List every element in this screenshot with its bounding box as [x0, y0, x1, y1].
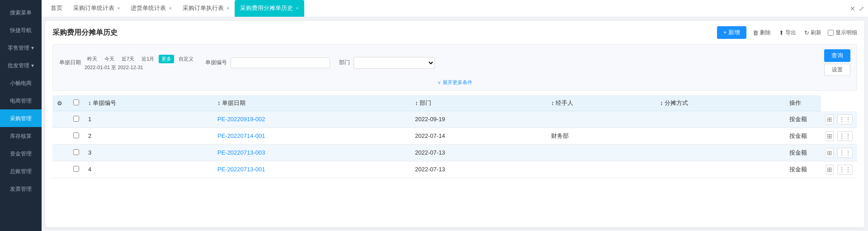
sidebar-item-wholesale[interactable]: 批发管理 ▾ — [0, 57, 42, 74]
sidebar-item-retail[interactable]: 零售管理 ▾ — [0, 39, 42, 57]
table-header: ⚙ ↕ 单据编号 ↕ 单据日期 ↕ 部门 ↕ 经手人 — [52, 95, 857, 111]
today-btn[interactable]: 今天 — [102, 55, 117, 63]
sidebar-item-label-accounting: 总账管理 — [2, 168, 40, 175]
table-row: 4 PE-20220713-001 2022-07-13 按金额 ⊞ ⋮⋮ — [52, 161, 857, 178]
row-num-1: 2 — [84, 127, 213, 144]
doc-no-label: 单据编号 — [205, 59, 227, 66]
sidebar-item-invoice[interactable]: 发票管理 — [0, 180, 42, 198]
tab-purchase-order-stat[interactable]: 采购订单统计表× — [68, 0, 125, 17]
expand-row: ∨ 展开更多条件 — [59, 79, 850, 86]
row-edit-icon-2[interactable]: ⊞ — [826, 148, 834, 158]
row-checkbox-2[interactable] — [73, 149, 79, 155]
sidebar: 搜索菜单快捷导航零售管理 ▾批发管理 ▾小畅电商电商管理采购管理库存核算资金管理… — [0, 0, 42, 231]
table-row: 2 PE-20220714-001 2022-07-14 财务部 按金额 ⊞ ⋮… — [52, 127, 857, 144]
show-cols-toggle[interactable]: 显示明细 — [828, 29, 857, 37]
tab-purchase-order-exec[interactable]: 采购订单执行表× — [177, 0, 235, 17]
custom-btn[interactable]: 自定义 — [176, 55, 196, 63]
row-more-icon-0[interactable]: ⋮⋮ — [837, 114, 853, 124]
row-more-icon-2[interactable]: ⋮⋮ — [837, 148, 853, 158]
table-body: 1 PE-20220919-002 2022-09-19 按金额 ⊞ ⋮⋮ 2 … — [52, 111, 857, 178]
row-checkbox-0[interactable] — [73, 116, 79, 122]
table-row: 3 PE-20220713-003 2022-07-13 按金额 ⊞ ⋮⋮ — [52, 144, 857, 161]
row-edit-icon-3[interactable]: ⊞ — [826, 165, 834, 174]
yesterday-btn[interactable]: 昨天 — [85, 55, 100, 63]
add-button[interactable]: + 新增 — [717, 26, 746, 39]
close-icon[interactable]: ✕ — [850, 5, 855, 12]
doc-no-input[interactable] — [231, 57, 330, 68]
sidebar-item-purchase[interactable]: 采购管理 — [0, 109, 42, 127]
refresh-button[interactable]: ↻ 刷新 — [802, 28, 823, 38]
tab-close-purchase-cost-split[interactable]: × — [296, 5, 298, 11]
table-row: 1 PE-20220919-002 2022-09-19 按金额 ⊞ ⋮⋮ — [52, 111, 857, 128]
row-edit-icon-1[interactable]: ⊞ — [826, 131, 834, 141]
dept-field: 部门 财务部 — [339, 57, 435, 69]
row-num-3: 4 — [84, 161, 213, 178]
export-button[interactable]: ⬆ 导出 — [777, 28, 798, 38]
date-field: 单据日期 昨天 今天 近7天 近1月 更多 自定义 2022-01-01 至 2… — [59, 55, 196, 71]
doc-no-field: 单据编号 — [205, 57, 330, 68]
doc-no-link-2[interactable]: PE-20220713-003 — [217, 149, 265, 156]
row-split-method-1: 按金额 — [785, 127, 821, 144]
search-action-buttons: 查询 设置 — [824, 49, 850, 76]
row-handler-3 — [656, 161, 785, 178]
more-btn[interactable]: 更多 — [159, 55, 174, 63]
sidebar-item-accounting[interactable]: 总账管理 — [0, 162, 42, 180]
row-handler-2 — [656, 144, 785, 161]
search-button[interactable]: 查询 — [824, 49, 850, 62]
row-date-3: 2022-07-13 — [410, 161, 547, 178]
row-check-0 — [69, 111, 84, 128]
dept-select[interactable]: 财务部 — [354, 57, 435, 69]
row-checkbox-1[interactable] — [73, 132, 79, 138]
doc-no-link-0[interactable]: PE-20220919-002 — [217, 116, 265, 123]
tab-close-purchase-order-stat[interactable]: × — [117, 5, 120, 11]
sidebar-item-label-shortcut: 快捷导航 — [2, 27, 40, 34]
row-checkbox-3[interactable] — [73, 166, 79, 172]
row-num-0: 1 — [84, 111, 213, 128]
tab-close-purchase-receipt-stat[interactable]: × — [169, 5, 171, 11]
doc-no-link-3[interactable]: PE-20220713-001 — [217, 166, 265, 173]
sidebar-item-finance[interactable]: 资金管理 — [0, 145, 42, 162]
col-split-method-header: ↕ 分摊方式 — [656, 95, 785, 111]
sidebar-item-label-miniapp: 小畅电商 — [2, 80, 40, 87]
sidebar-item-shortcut[interactable]: 快捷导航 — [0, 21, 42, 39]
select-all-checkbox[interactable] — [73, 99, 79, 105]
row-settings-1 — [52, 127, 69, 144]
sidebar-item-label-purchase: 采购管理 — [2, 115, 40, 123]
tab-label-purchase-order-stat: 采购订单统计表 — [73, 4, 114, 12]
tab-home[interactable]: 首页 — [45, 0, 68, 17]
delete-button[interactable]: 🗑 删除 — [751, 28, 773, 38]
tab-purchase-cost-split[interactable]: 采购费用分摊单历史× — [235, 0, 304, 17]
show-cols-checkbox[interactable] — [828, 30, 834, 36]
search-area: 单据日期 昨天 今天 近7天 近1月 更多 自定义 2022-01-01 至 2… — [52, 44, 857, 91]
row-dept-0 — [547, 111, 656, 128]
col-actions-header: 操作 — [785, 95, 821, 111]
maximize-icon[interactable]: ⤢ — [859, 5, 864, 12]
sidebar-item-miniapp[interactable]: 小畅电商 — [0, 74, 42, 92]
sidebar-item-inventory[interactable]: 库存核算 — [0, 127, 42, 145]
sidebar-item-label-wholesale: 批发管理 ▾ — [2, 62, 40, 70]
row-split-method-2: 按金额 — [785, 144, 821, 161]
sidebar-item-search[interactable]: 搜索菜单 — [0, 4, 42, 21]
doc-no-link-1[interactable]: PE-20220714-001 — [217, 132, 265, 139]
sidebar-item-ecommerce[interactable]: 电商管理 — [0, 92, 42, 109]
row-num-2: 3 — [84, 144, 213, 161]
row-edit-icon-0[interactable]: ⊞ — [826, 114, 834, 124]
col-dept-header: ↕ 部门 — [410, 95, 547, 111]
tab-actions: ✕ ⤢ — [850, 5, 864, 12]
tab-close-purchase-order-exec[interactable]: × — [226, 5, 229, 11]
settings-button[interactable]: 设置 — [824, 64, 850, 76]
row-more-icon-3[interactable]: ⋮⋮ — [837, 165, 853, 174]
1month-btn[interactable]: 近1月 — [139, 55, 157, 63]
tab-label-home: 首页 — [51, 4, 62, 12]
tab-purchase-receipt-stat[interactable]: 进货单统计表× — [125, 0, 177, 17]
date-buttons: 昨天 今天 近7天 近1月 更多 自定义 2022-01-01 至 2022-1… — [85, 55, 196, 71]
7days-btn[interactable]: 近7天 — [119, 55, 137, 63]
dept-label: 部门 — [339, 59, 350, 66]
row-settings-0 — [52, 111, 69, 128]
expand-button[interactable]: ∨ 展开更多条件 — [437, 80, 472, 85]
tab-bar: 首页采购订单统计表×进货单统计表×采购订单执行表×采购费用分摊单历史× ✕ ⤢ — [42, 0, 868, 17]
row-settings-3 — [52, 161, 69, 178]
page-title: 采购费用分摊单历史 — [52, 28, 118, 38]
row-more-icon-1[interactable]: ⋮⋮ — [837, 131, 853, 141]
col-settings-header: ⚙ — [52, 95, 69, 111]
